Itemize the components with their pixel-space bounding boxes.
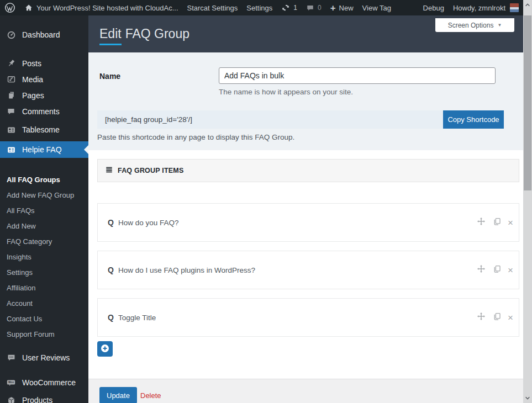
submenu-item-add-new-faq-group[interactable]: Add New FAQ Group [0,188,88,203]
sidebar-item-label: Helpie FAQ [22,145,62,154]
add-faq-item-button[interactable] [97,341,113,357]
comment-count-badge: 0 [318,4,322,12]
add-plus-icon [101,344,109,354]
sidebar-item-pages[interactable]: Pages [0,87,88,103]
submenu-item-contact-us[interactable]: Contact Us [0,311,88,327]
faq-item-title: Toggle Title [118,314,476,322]
settings-label: Settings [246,4,272,12]
wordpress-admin-page: { "admin_bar": { "site_name": "Your Word… [0,0,532,403]
account-menu[interactable]: Howdy, zmnlrokt [449,0,523,15]
debug-menu[interactable]: Debug [419,0,449,15]
chevron-down-icon: ▼ [497,23,502,28]
howdy-label: Howdy, zmnlrokt [453,4,505,12]
view-tag-menu[interactable]: View Tag [358,0,396,15]
updates-menu[interactable]: 1 [277,0,302,15]
duplicate-icon[interactable] [492,264,502,276]
sidebar-item-label: Pages [22,91,44,100]
scrollbar[interactable] [523,0,532,403]
delete-link[interactable]: Delete [140,391,161,400]
duplicate-icon[interactable] [492,217,502,229]
faq-group-items-header: FAQ GROUP ITEMS [97,159,519,182]
form-actions-footer: Update Delete [88,379,523,403]
comment-bubble-icon [306,4,314,12]
submenu-item-settings[interactable]: Settings [0,265,88,280]
admin-sidebar: Dashboard Posts Media Pages Comments Tab… [0,15,88,403]
remove-icon[interactable]: × [508,218,513,227]
shortcode-text: [helpie_faq group_id='28'/] [97,115,443,124]
remove-icon[interactable]: × [508,313,513,322]
pushpin-icon [6,59,17,68]
page-title-rest: FAQ Group [125,26,189,41]
scrollbar-thumb[interactable] [524,15,531,190]
sidebar-item-media[interactable]: Media [0,71,88,87]
faq-item-row[interactable]: Q Toggle Title × [97,298,519,337]
copy-shortcode-button[interactable]: Copy Shortcode [443,110,504,129]
duplicate-icon[interactable] [492,312,502,324]
name-input[interactable] [219,67,496,84]
submenu-item-account[interactable]: Account [0,296,88,311]
sidebar-item-tablesome[interactable]: Tablesome [0,121,88,138]
starcat-settings-menu[interactable]: Starcat Settings [183,0,243,15]
user-avatar [510,3,519,12]
view-tag-label: View Tag [362,4,391,12]
screen-options-label: Screen Options [448,22,494,29]
faq-group-items-label: FAQ GROUP ITEMS [118,167,183,174]
plus-icon: + [330,3,336,13]
svg-text:Woo: Woo [8,381,14,384]
move-icon[interactable] [476,216,486,229]
submenu-item-affiliation[interactable]: Affiliation [0,280,88,296]
sidebar-item-comments[interactable]: Comments [0,103,88,119]
helpie-faq-submenu: All FAQ Groups Add New FAQ Group All FAQ… [0,158,88,342]
sidebar-item-label: Posts [22,59,41,68]
dashboard-icon [6,30,17,40]
wordpress-logo-menu[interactable] [0,0,20,15]
sidebar-item-products[interactable]: Products [0,392,88,403]
sidebar-item-posts[interactable]: Posts [0,55,88,71]
sidebar-item-label: Comments [22,107,60,116]
faq-item-actions: × [476,311,513,324]
sidebar-item-helpie-faq[interactable]: Helpie FAQ [0,141,88,158]
scroll-up-arrow[interactable] [523,1,532,9]
faq-item-row[interactable]: Q How do you FAQ? × [97,203,519,242]
shortcode-bar: [helpie_faq group_id='28'/] Copy Shortco… [97,110,504,129]
faq-list-icon [6,145,17,155]
sidebar-item-label: User Reviews [22,353,70,362]
move-icon[interactable] [476,311,486,324]
debug-label: Debug [423,4,444,12]
faq-item-title: How do I use FAQ plugins in WordPress? [118,266,476,274]
reviews-bubble-icon [6,353,17,363]
name-help-text: The name is how it appears on your site. [219,88,353,96]
sidebar-item-woocommerce[interactable]: Woo WooCommerce [0,374,88,391]
site-menu[interactable]: Your WordPress! Site hosted with CloudAc… [20,0,183,15]
active-menu-arrow [84,145,88,154]
update-count-badge: 1 [293,4,297,12]
comments-menu[interactable]: 0 [302,0,326,15]
faq-items-panel: FAQ GROUP ITEMS Q How do you FAQ? × Q Ho… [88,150,523,379]
faq-item-actions: × [476,264,513,276]
sidebar-item-label: WooCommerce [22,378,76,387]
page-title-edit-word: Edit [99,26,122,45]
sidebar-item-user-reviews[interactable]: User Reviews [0,349,88,366]
faq-item-actions: × [476,216,513,229]
submenu-item-add-new[interactable]: Add New [0,219,88,234]
submenu-item-insights[interactable]: Insights [0,250,88,265]
update-button[interactable]: Update [99,387,137,403]
submenu-item-faq-category[interactable]: FAQ Category [0,234,88,250]
move-icon[interactable] [476,264,486,276]
faq-item-row[interactable]: Q How do I use FAQ plugins in WordPress?… [97,251,519,289]
settings-menu[interactable]: Settings [242,0,277,15]
screen-options-button[interactable]: Screen Options ▼ [435,18,514,32]
new-content-menu[interactable]: + New [326,0,358,15]
submenu-item-all-faqs[interactable]: All FAQs [0,203,88,219]
submenu-item-all-faq-groups[interactable]: All FAQ Groups [0,172,88,188]
update-icon [281,3,290,12]
sidebar-item-dashboard[interactable]: Dashboard [0,25,88,44]
submenu-item-support-forum[interactable]: Support Forum [0,327,88,342]
question-icon: Q [108,266,114,274]
remove-icon[interactable]: × [508,266,513,275]
pages-icon [6,91,17,100]
question-icon: Q [108,218,114,227]
scroll-down-arrow[interactable] [523,394,532,402]
sidebar-item-label: Products [22,396,52,403]
list-icon [105,166,113,176]
